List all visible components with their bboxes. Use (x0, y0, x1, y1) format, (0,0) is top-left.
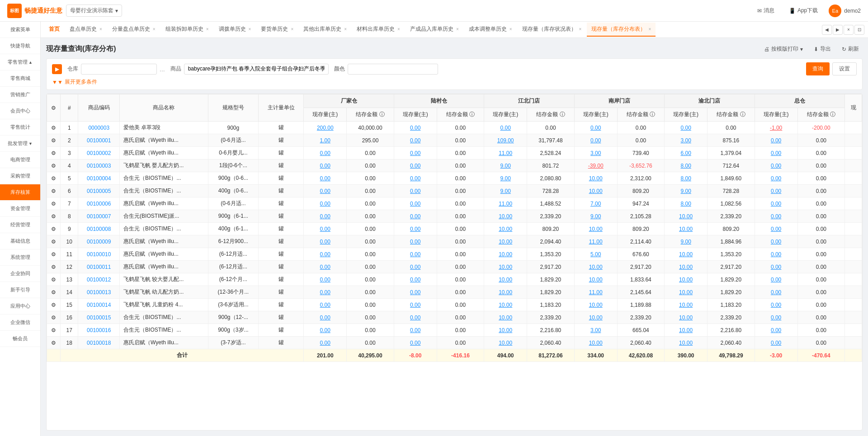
cell-fac-qty: 1.00 (304, 134, 347, 147)
sidebar-item-enterprise[interactable]: 企业协同 (0, 266, 40, 282)
cell-gear[interactable]: ⚙ (47, 172, 61, 185)
tab-nav-prev[interactable]: ◀ (822, 25, 832, 35)
color-input[interactable] (348, 64, 438, 75)
tab-assembly[interactable]: 组装拆卸单历史 × (161, 23, 213, 37)
cell-gear[interactable]: ⚙ (47, 299, 61, 311)
sidebar-item-apps[interactable]: 应用中心 (0, 298, 40, 314)
cell-cur-qty (845, 172, 862, 185)
tab-product-in[interactable]: 产成品入库单历史 × (406, 23, 463, 37)
sidebar-item-basics[interactable]: 基础信息 (0, 233, 40, 249)
product-input[interactable] (184, 64, 329, 75)
cell-gear[interactable]: ⚙ (47, 223, 61, 235)
sidebar-item-finance[interactable]: 资金管理 (0, 201, 40, 217)
tab-close-9[interactable]: × (579, 27, 582, 32)
user-area[interactable]: Ea demo2 (829, 5, 861, 17)
sidebar-item-inventory[interactable]: 库存核算 (0, 184, 40, 201)
cell-index: 9 (61, 223, 78, 235)
cell-jb-qty: 10.00 (484, 210, 527, 223)
sidebar-item-search[interactable]: 搜索英单 (0, 22, 40, 38)
th-spec: 规格型号 (208, 94, 258, 122)
cell-lc-amt: 0.00 (437, 159, 484, 172)
tab-requisition[interactable]: 要货单历史 × (256, 23, 298, 37)
cell-gear[interactable]: ⚙ (47, 159, 61, 172)
sidebar-item-marketing[interactable]: 营销推广 (0, 87, 40, 103)
cell-tot-qty: 0.00 (755, 235, 797, 248)
store-selector[interactable]: 母婴行业演示陈套 ▾ (66, 5, 122, 17)
tab-close-10[interactable]: × (648, 27, 651, 32)
cell-gear[interactable]: ⚙ (47, 185, 61, 197)
cell-yb-qty: 9.00 (665, 235, 708, 248)
tab-close-2[interactable]: × (206, 27, 209, 32)
tab-inventory-portion[interactable]: 分量盘点单历史 × (108, 23, 160, 37)
cell-gear[interactable]: ⚙ (47, 337, 61, 349)
tab-outstock[interactable]: 其他出库单历史 × (299, 23, 351, 37)
cell-lc-qty: 0.00 (394, 134, 437, 147)
message-btn[interactable]: ✉ 消息 (754, 5, 778, 16)
sidebar-item-ecommerce[interactable]: 电商管理 (0, 152, 40, 168)
refresh-btn[interactable]: ↻ 刷新 (838, 43, 863, 55)
warehouse-input[interactable] (81, 64, 157, 75)
cell-unit: 罐 (259, 248, 304, 261)
tab-transfer[interactable]: 调拨单历史 × (214, 23, 256, 37)
tab-material-out[interactable]: 材料出库单历史 × (352, 23, 405, 37)
cell-gear[interactable]: ⚙ (47, 197, 61, 210)
cell-gear[interactable]: ⚙ (47, 248, 61, 261)
sidebar-item-members[interactable]: 会员中心 (0, 103, 40, 119)
cell-gear[interactable]: ⚙ (47, 147, 61, 159)
th-gear[interactable]: ⚙ (47, 94, 61, 122)
sidebar-item-retail-shop[interactable]: 零售商城 (0, 70, 40, 87)
tab-close-7[interactable]: × (456, 27, 459, 32)
cell-gear[interactable]: ⚙ (47, 311, 61, 324)
sidebar-item-retail-stats[interactable]: 零售统计 (0, 119, 40, 136)
cell-fac-amt: 0.00 (347, 337, 394, 349)
table-container[interactable]: ⚙ # 商品编码 商品名称 规格型号 主计量单位 厂家仓 陆村仓 江北门店 南岸… (46, 94, 863, 431)
sidebar-item-guide[interactable]: 新手引导 (0, 282, 40, 298)
tab-close-6[interactable]: × (397, 27, 400, 32)
cell-gear[interactable]: ⚙ (47, 210, 61, 223)
cell-gear[interactable]: ⚙ (47, 261, 61, 273)
tab-home[interactable]: 首页 (44, 23, 64, 37)
expand-conditions-btn[interactable]: ▼▼ 展开更多条件 (52, 78, 857, 86)
cell-na-qty: -39.00 (574, 159, 617, 172)
filter-toggle-btn[interactable]: ▶ (52, 64, 62, 74)
cell-gear[interactable]: ⚙ (47, 286, 61, 299)
setting-btn[interactable]: 设置 (832, 62, 857, 75)
tab-inventory-check[interactable]: 盘点单历史 × (65, 23, 107, 37)
tab-close-3[interactable]: × (249, 27, 251, 32)
sidebar-item-system[interactable]: 系统管理 (0, 249, 40, 266)
cell-jb-qty: 10.00 (484, 223, 527, 235)
cell-spec: (6-12月适... (208, 248, 258, 261)
tab-stock-dist[interactable]: 现存量（库存分布表） × (587, 23, 656, 37)
tab-close-0[interactable]: × (99, 27, 102, 32)
print-btn[interactable]: 🖨 按模版打印 ▾ (760, 43, 807, 55)
tab-close-4[interactable]: × (291, 27, 293, 32)
app-download-btn[interactable]: 📱 App下载 (785, 5, 821, 16)
tab-nav-expand[interactable]: ⊡ (854, 25, 864, 35)
cell-gear[interactable]: ⚙ (47, 235, 61, 248)
sidebar-item-wholesale[interactable]: 批发管理 ▼ (0, 136, 40, 152)
export-btn[interactable]: ⬇ 导出 (810, 43, 835, 55)
tab-stock-status[interactable]: 现存量（库存状况表） × (518, 23, 586, 37)
cell-name: 爱他美 卓萃3段 (120, 122, 208, 134)
cell-gear[interactable]: ⚙ (47, 273, 61, 286)
tab-close-5[interactable]: × (344, 27, 347, 32)
tab-nav-close[interactable]: × (844, 25, 854, 35)
cell-jb-amt: 2,094.40 (527, 235, 575, 248)
tab-close-8[interactable]: × (509, 27, 512, 32)
sidebar-item-quicknav[interactable]: 快捷导航 (0, 38, 40, 54)
sidebar-item-retail-mgmt[interactable]: 零售管理 ▲ (0, 54, 40, 70)
table-row: ⚙ 15 00100014 飞鹤星飞帆 儿童奶粉 4... (3-6岁适用...… (47, 299, 862, 311)
warehouse-dots[interactable]: ... (160, 66, 165, 73)
sidebar-item-wechat[interactable]: 企业微信 (0, 314, 40, 331)
cell-gear[interactable]: ⚙ (47, 134, 61, 147)
query-btn[interactable]: 查询 (806, 62, 830, 75)
sidebar-item-vip[interactable]: 畅会员 (0, 331, 40, 347)
sidebar-item-operations[interactable]: 经营管理 (0, 217, 40, 233)
sidebar-item-purchase[interactable]: 采购管理 (0, 168, 40, 184)
tab-close-1[interactable]: × (153, 27, 156, 32)
cell-tot-qty: 0.00 (755, 223, 797, 235)
tab-cost-adjust[interactable]: 成本调整单历史 × (464, 23, 517, 37)
cell-gear[interactable]: ⚙ (47, 122, 61, 134)
tab-nav-next[interactable]: ▶ (833, 25, 843, 35)
cell-gear[interactable]: ⚙ (47, 324, 61, 337)
